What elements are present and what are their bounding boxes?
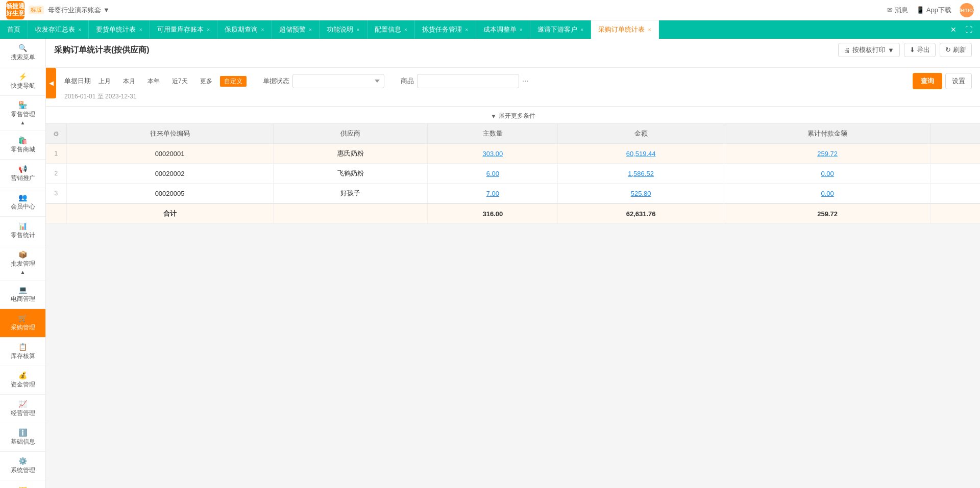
- tab-expiry[interactable]: 保质期查询 ×: [217, 20, 272, 39]
- message-icon: ✉: [887, 6, 893, 14]
- sidebar-inventory-label: 库存核算: [11, 352, 35, 361]
- qty-link-2[interactable]: 6.00: [486, 170, 499, 177]
- btn-query[interactable]: 查询: [913, 73, 942, 89]
- tab-pick-task-close[interactable]: ×: [465, 27, 468, 33]
- sidebar-item-retail-stats[interactable]: 📊 零售统计: [0, 217, 45, 245]
- qty-link-3[interactable]: 7.00: [486, 190, 499, 197]
- row-paid-2: 0.00: [724, 164, 931, 184]
- btn-print[interactable]: 🖨 按模板打印 ▼: [838, 43, 900, 57]
- nav-maximize-btn[interactable]: ⛶: [962, 22, 976, 37]
- row-extra-3: [931, 184, 980, 204]
- expand-conditions-btn[interactable]: ▼ 展开更多条件: [491, 112, 535, 120]
- sidebar-item-marketing[interactable]: 📢 营销推广: [0, 160, 45, 188]
- page-title: 采购订单统计表(按供应商): [54, 45, 150, 62]
- avatar: demo2: [960, 3, 974, 17]
- footer-empty-2: [273, 203, 428, 224]
- paid-link-1[interactable]: 259.72: [817, 150, 838, 158]
- wholesale-expand-icon: ▲: [20, 269, 26, 275]
- date-btn-last-month[interactable]: 上月: [94, 75, 115, 87]
- sidebar-item-quick-nav[interactable]: ⚡ 快捷导航: [0, 67, 45, 96]
- date-btn-7days[interactable]: 近7天: [167, 75, 192, 87]
- tab-order-stats[interactable]: 要货单统计表 ×: [89, 20, 150, 39]
- tab-receive-summary[interactable]: 收发存汇总表 ×: [28, 20, 89, 39]
- tab-overstock-close[interactable]: ×: [309, 27, 312, 33]
- paid-link-3[interactable]: 0.00: [821, 190, 834, 197]
- sidebar-item-retail-mgmt[interactable]: 🏪 零售管理 ▲: [0, 96, 45, 131]
- goods-more-btn[interactable]: ···: [522, 76, 529, 86]
- tab-purchase-stats-close[interactable]: ×: [648, 27, 651, 33]
- tab-receive-summary-close[interactable]: ×: [78, 27, 81, 33]
- tab-available-stock-close[interactable]: ×: [207, 27, 210, 33]
- footer-label: 合计: [66, 203, 273, 224]
- tab-expiry-close[interactable]: ×: [261, 27, 264, 33]
- nav-tabs: 首页 收发存汇总表 × 要货单统计表 × 可用量库存账本 × 保质期查询 × 超…: [0, 20, 980, 39]
- sidebar-item-retail-shop[interactable]: 🛍️ 零售商城: [0, 131, 45, 160]
- sidebar-item-member[interactable]: 👥 会员中心: [0, 188, 45, 217]
- company-dropdown-icon: ▼: [103, 6, 110, 14]
- tab-receive-summary-label: 收发存汇总表: [35, 25, 75, 34]
- goods-input[interactable]: [417, 74, 519, 88]
- footer-empty-3: [931, 203, 980, 224]
- tab-available-stock[interactable]: 可用量库存账本 ×: [150, 20, 217, 39]
- message-action[interactable]: ✉ 消息: [887, 6, 908, 15]
- row-qty-2: 6.00: [428, 164, 558, 184]
- sidebar-item-basic-info[interactable]: ℹ️ 基础信息: [0, 423, 45, 452]
- tab-invite-customer[interactable]: 邀请下游客户 ×: [530, 20, 591, 39]
- sidebar-item-system[interactable]: ⚙️ 系统管理: [0, 452, 45, 480]
- tab-function-desc-close[interactable]: ×: [356, 27, 359, 33]
- amount-link-3[interactable]: 525.80: [631, 190, 651, 197]
- date-range-row: 2016-01-01 至 2023-12-31: [64, 92, 972, 101]
- top-bar-left: 畅捷通好生意 标版 母婴行业演示账套 ▼: [6, 1, 110, 19]
- tab-cost-adjust-close[interactable]: ×: [520, 27, 523, 33]
- sidebar-marketing-label: 营销推广: [11, 174, 35, 183]
- tab-overstock[interactable]: 超储预警 ×: [272, 20, 320, 39]
- sidebar-item-finance[interactable]: 💰 资金管理: [0, 366, 45, 395]
- print-dropdown-icon: ▼: [888, 46, 894, 54]
- status-select[interactable]: [292, 74, 384, 88]
- filter-goods-group: 商品 ···: [401, 74, 529, 88]
- goods-label: 商品: [401, 76, 414, 86]
- user-profile[interactable]: demo2: [960, 3, 974, 17]
- tab-function-desc[interactable]: 功能说明 ×: [320, 20, 367, 39]
- sidebar-item-business[interactable]: 📈 经营管理: [0, 395, 45, 423]
- filter-main: 单据日期 上月 本月 本年 近7天 更多 自定义 单据状态: [56, 68, 980, 106]
- sidebar-item-search[interactable]: 🔍 搜索菜单: [0, 39, 45, 67]
- settings-icon[interactable]: ⚙: [53, 130, 59, 138]
- date-btn-this-month[interactable]: 本月: [118, 75, 140, 87]
- tab-order-stats-close[interactable]: ×: [139, 27, 142, 33]
- date-btn-more[interactable]: 更多: [195, 75, 217, 87]
- btn-export[interactable]: ⬇ 导出: [904, 43, 936, 57]
- th-paid: 累计付款金额: [724, 124, 931, 144]
- tab-invite-customer-close[interactable]: ×: [580, 27, 583, 33]
- date-custom-badge[interactable]: 自定义: [220, 76, 247, 87]
- company-selector[interactable]: 母婴行业演示账套 ▼: [48, 6, 110, 15]
- tab-pick-task[interactable]: 拣货任务管理 ×: [415, 20, 476, 39]
- tab-config-close[interactable]: ×: [404, 27, 407, 33]
- date-btn-this-year[interactable]: 本年: [143, 75, 164, 87]
- qty-link-1[interactable]: 303.00: [482, 150, 503, 158]
- amount-link-1[interactable]: 60,519.44: [626, 150, 656, 158]
- sidebar-purchase-label: 采购管理: [11, 323, 35, 332]
- sidebar-item-inventory[interactable]: 📋 库存核算: [0, 338, 45, 366]
- app-tag: 标版: [29, 6, 44, 14]
- btn-settings[interactable]: 设置: [945, 73, 972, 89]
- tab-config[interactable]: 配置信息 ×: [368, 20, 415, 39]
- paid-link-2[interactable]: 0.00: [821, 170, 834, 177]
- btn-refresh[interactable]: ↻ 刷新: [940, 43, 972, 57]
- tab-cost-adjust[interactable]: 成本调整单 ×: [476, 20, 530, 39]
- tab-purchase-stats[interactable]: 采购订单统计表 ×: [591, 20, 658, 39]
- th-settings[interactable]: ⚙: [46, 124, 66, 144]
- sidebar-item-purchase[interactable]: 🛒 采购管理: [0, 309, 45, 338]
- nav-close-btn[interactable]: ✕: [946, 22, 961, 37]
- sidebar-item-ecommerce[interactable]: 💻 电商管理: [0, 280, 45, 309]
- row-num-3: 3: [46, 184, 66, 204]
- sidebar-item-wholesale[interactable]: 📦 批发管理 ▲: [0, 245, 45, 280]
- sidebar-item-collab[interactable]: 🤝 企业协同: [0, 480, 45, 488]
- amount-link-2[interactable]: 1,586.52: [628, 170, 654, 177]
- tab-home[interactable]: 首页: [0, 20, 28, 39]
- filter-collapse-btn[interactable]: ◀: [46, 68, 56, 98]
- sidebar-wholesale-label: 批发管理: [11, 260, 35, 268]
- app-download-action[interactable]: 📱 App下载: [916, 6, 951, 15]
- retail-stats-icon: 📊: [18, 222, 27, 230]
- btn-export-label: 导出: [917, 46, 930, 54]
